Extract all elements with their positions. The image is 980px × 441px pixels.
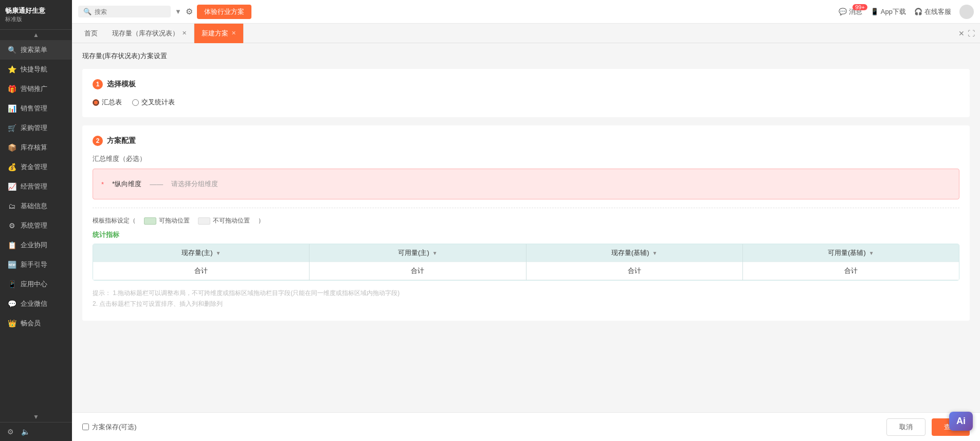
system-icon: ⚙ xyxy=(7,221,16,230)
stats-table-header: 现存量(主) ▼ 可用量(主) ▼ 现存量(基辅 xyxy=(93,244,959,262)
wechat-icon: 💬 xyxy=(7,299,16,308)
sidebar-item-wechat[interactable]: 💬 企业微信 xyxy=(0,294,72,314)
gear-button[interactable]: ⚙ xyxy=(186,7,193,16)
stats-title: 统计指标 xyxy=(93,230,959,240)
step2-header: 2 方案配置 xyxy=(93,136,959,146)
stats-cell-1: 合计 xyxy=(93,262,309,280)
sidebar-scroll-up[interactable]: ▲ xyxy=(0,30,72,40)
dim-separator: —— xyxy=(150,180,163,188)
sidebar-item-system[interactable]: ⚙ 系统管理 xyxy=(0,216,72,235)
dropdown-chevron-icon[interactable]: ▼ xyxy=(175,8,182,15)
operations-icon: 📈 xyxy=(7,182,16,191)
sidebar-item-sales[interactable]: 📊 销售管理 xyxy=(0,99,72,118)
sidebar-system-label: 系统管理 xyxy=(21,221,47,230)
stats-table-body: 合计 合计 合计 合计 xyxy=(93,262,959,280)
headset-icon: 🎧 xyxy=(914,8,922,15)
search-input[interactable] xyxy=(95,8,156,15)
stats-header-2-chevron: ▼ xyxy=(432,250,438,256)
radio-summary[interactable]: 汇总表 xyxy=(93,98,122,107)
sidebar-item-quicknav[interactable]: ⭐ 快捷导航 xyxy=(0,60,72,79)
tab-inventory-close-icon[interactable]: ✕ xyxy=(182,30,187,36)
indicator-legend-suffix: ） xyxy=(258,216,264,225)
stats-body-col-1: 合计 xyxy=(93,262,310,280)
sidebar-item-marketing[interactable]: 🎁 营销推广 xyxy=(0,79,72,99)
sidebar-operations-label: 经营管理 xyxy=(21,182,47,191)
stats-cell-3: 合计 xyxy=(527,262,742,280)
member-icon: 👑 xyxy=(7,319,16,328)
bottom-bar: 方案保存(可选) 取消 查询 xyxy=(72,412,980,441)
cancel-button[interactable]: 取消 xyxy=(886,418,925,436)
dim-required-mark: * xyxy=(101,180,104,188)
dim-placeholder-text[interactable]: 请选择分组维度 xyxy=(171,179,218,189)
sidebar-item-search[interactable]: 🔍 搜索菜单 xyxy=(0,40,72,60)
sidebar-enterprise-label: 企业协同 xyxy=(21,241,47,250)
stats-header-1[interactable]: 现存量(主) ▼ xyxy=(93,244,309,262)
sidebar-item-member[interactable]: 👑 畅会员 xyxy=(0,314,72,333)
save-checkbox[interactable] xyxy=(82,424,89,430)
stats-body-col-2: 合计 xyxy=(310,262,526,280)
topbar-search-box[interactable]: 🔍 xyxy=(78,6,171,17)
sidebar-guide-label: 新手引导 xyxy=(21,260,47,269)
step1-title: 选择模板 xyxy=(107,80,136,89)
footer-settings-icon[interactable]: ⚙ xyxy=(7,428,14,436)
avatar[interactable] xyxy=(959,5,974,19)
online-service-button[interactable]: 🎧 在线客服 xyxy=(914,7,951,16)
tab-home[interactable]: 首页 xyxy=(77,24,105,43)
sidebar-item-enterprise[interactable]: 📋 企业协同 xyxy=(0,235,72,255)
hint-1: 提示： 1.拖动标题栏可以调整布局，不可跨维度或指标区域拖动栏目字段(只能在同一… xyxy=(93,289,959,298)
draggable-label: 可拖动位置 xyxy=(159,216,190,225)
sidebar-wechat-label: 企业微信 xyxy=(21,299,47,308)
footer-sound-icon[interactable]: 🔈 xyxy=(21,428,30,436)
stats-cell-4: 合计 xyxy=(743,262,959,280)
dimension-section-title: 汇总维度（必选） xyxy=(93,154,959,163)
app-name: 畅康通好生意 xyxy=(5,6,67,15)
section-divider xyxy=(93,208,959,208)
sidebar-footer: ⚙ 🔈 xyxy=(0,422,72,441)
sidebar-item-operations[interactable]: 📈 经营管理 xyxy=(0,177,72,196)
sidebar-quicknav-label: 快捷导航 xyxy=(21,65,47,74)
radio-summary-label: 汇总表 xyxy=(102,98,122,107)
tabbar: 首页 现存量（库存状况表） ✕ 新建方案 ✕ ✕ ⛶ xyxy=(72,24,980,43)
tab-new-plan-label: 新建方案 xyxy=(202,29,228,38)
sidebar-finance-label: 资金管理 xyxy=(21,162,47,172)
trial-button[interactable]: 体验行业方案 xyxy=(197,5,251,19)
tab-close-button[interactable]: ✕ xyxy=(958,29,965,38)
message-button[interactable]: 💬 消息 99+ xyxy=(839,7,862,16)
sidebar-item-apps[interactable]: 📱 应用中心 xyxy=(0,274,72,294)
sidebar-item-inventory[interactable]: 📦 库存核算 xyxy=(0,138,72,157)
radio-cross-input[interactable] xyxy=(132,99,139,106)
inventory-icon: 📦 xyxy=(7,143,16,152)
tab-new-plan-close-icon[interactable]: ✕ xyxy=(231,30,236,36)
dim-name-label: *纵向维度 xyxy=(112,179,141,189)
stats-header-1-chevron: ▼ xyxy=(216,250,221,256)
stats-header-2[interactable]: 可用量(主) ▼ xyxy=(310,244,525,262)
indicator-section: 模板指标设定（ 可拖动位置 不可拖动位置 ） 统计指标 xyxy=(93,216,959,308)
sidebar-scroll-down[interactable]: ▼ xyxy=(0,412,72,422)
tab-expand-button[interactable]: ⛶ xyxy=(968,29,975,38)
sidebar-inventory-label: 库存核算 xyxy=(21,143,47,152)
tab-home-label: 首页 xyxy=(84,29,98,38)
topbar-search-icon: 🔍 xyxy=(83,8,92,15)
sidebar-purchase-label: 采购管理 xyxy=(21,123,47,133)
sidebar-item-purchase[interactable]: 🛒 采购管理 xyxy=(0,118,72,138)
radio-cross[interactable]: 交叉统计表 xyxy=(132,98,175,107)
sidebar-item-finance[interactable]: 💰 资金管理 xyxy=(0,157,72,177)
topbar: 🔍 ▼ ⚙ 体验行业方案 💬 消息 99+ 📱 App下载 🎧 在线客服 xyxy=(72,0,980,24)
sidebar-item-guide[interactable]: 🆕 新手引导 xyxy=(0,255,72,274)
stats-header-4[interactable]: 可用量(基辅) ▼ xyxy=(743,244,959,262)
stats-col-4: 可用量(基辅) ▼ xyxy=(743,244,959,262)
step1-card: 1 选择模板 汇总表 交叉统计表 xyxy=(82,69,970,117)
stats-header-3[interactable]: 现存量(基辅) ▼ xyxy=(527,244,742,262)
sidebar-nav: 🔍 搜索菜单 ⭐ 快捷导航 🎁 营销推广 📊 销售管理 🛒 采购管理 📦 库存核… xyxy=(0,40,72,412)
radio-summary-input[interactable] xyxy=(93,99,99,106)
tab-new-plan[interactable]: 新建方案 ✕ xyxy=(194,24,244,43)
ai-fab-button[interactable]: Ai xyxy=(949,412,973,431)
non-draggable-label: 不可拖动位置 xyxy=(213,216,250,225)
sidebar-item-basic[interactable]: 🗂 基础信息 xyxy=(0,196,72,216)
tab-inventory-label: 现存量（库存状况表） xyxy=(112,29,179,38)
app-download-label: App下载 xyxy=(881,7,906,16)
dimension-area: * *纵向维度 —— 请选择分组维度 xyxy=(93,169,959,199)
quicknav-icon: ⭐ xyxy=(7,65,16,74)
tab-inventory[interactable]: 现存量（库存状况表） ✕ xyxy=(105,24,194,43)
app-download-button[interactable]: 📱 App下载 xyxy=(870,7,906,16)
